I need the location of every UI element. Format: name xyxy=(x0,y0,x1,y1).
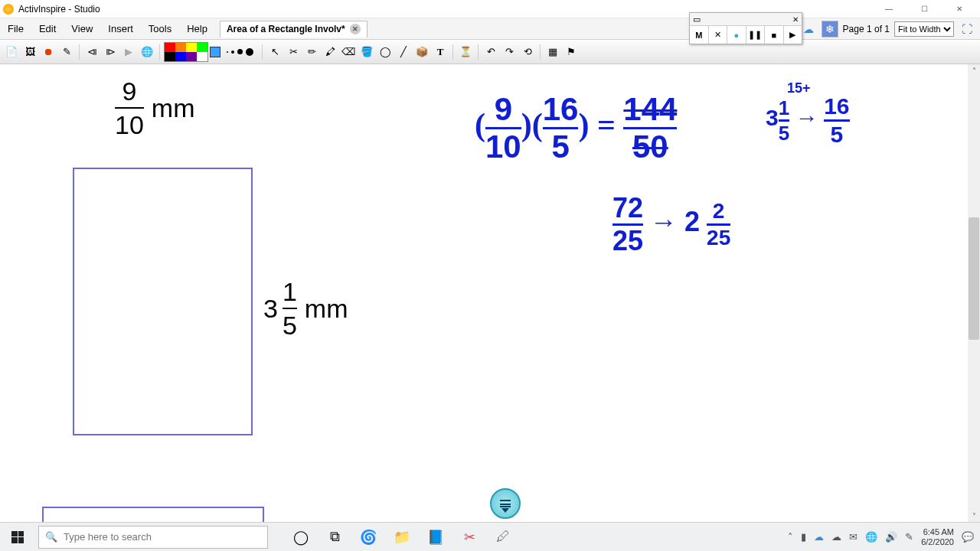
ink-equation: (910)(165) = 14450 xyxy=(475,93,677,163)
scroll-up-icon[interactable]: ˄ xyxy=(972,64,976,77)
search-icon: 🔍 xyxy=(45,531,57,543)
eraser-icon[interactable]: ⌫ xyxy=(340,44,357,60)
record-icon[interactable]: ⏺ xyxy=(40,44,57,60)
page-browser-icon[interactable]: ▦ xyxy=(544,44,561,60)
cortana-icon[interactable]: ◯ xyxy=(291,527,311,547)
menu-edit[interactable]: Edit xyxy=(31,18,64,40)
tray-weather-icon[interactable]: ☁ xyxy=(831,531,841,543)
recorder-next-button[interactable]: ▶ xyxy=(784,25,802,44)
fill-icon[interactable]: 🪣 xyxy=(358,44,375,60)
recorder-close-icon[interactable]: ✕ xyxy=(792,15,799,24)
tray-battery-icon[interactable]: ▮ xyxy=(801,531,806,543)
recorder-mic-button[interactable]: M xyxy=(690,25,709,44)
tray-chevron-icon[interactable]: ˄ xyxy=(788,531,793,543)
highlighter-icon[interactable]: 🖍 xyxy=(322,44,338,60)
tools-icon[interactable]: ✂ xyxy=(285,44,302,60)
menu-insert[interactable]: Insert xyxy=(100,18,141,40)
flipchart-tray-button[interactable] xyxy=(490,488,521,519)
word-icon[interactable]: 📘 xyxy=(426,527,446,547)
tray-volume-icon[interactable]: 🔊 xyxy=(885,531,897,543)
current-color-swatch[interactable] xyxy=(210,47,220,57)
snowflake-icon[interactable]: ❄ xyxy=(822,21,838,37)
recorder-record-button[interactable]: ● xyxy=(727,25,746,44)
activinspire-taskbar-icon[interactable]: 🖊 xyxy=(493,527,513,547)
page-indicator: Page 1 of 1 xyxy=(843,24,890,34)
stamp-icon[interactable]: 📦 xyxy=(413,44,430,60)
menu-tools[interactable]: Tools xyxy=(141,18,179,40)
recorder-handle-icon[interactable]: ▭ xyxy=(693,15,701,24)
windows-taskbar: 🔍 Type here to search ◯ ⧉ 🌀 📁 📘 ✂ 🖊 ˄ ▮ … xyxy=(0,522,980,551)
next-page-icon[interactable]: ⧐ xyxy=(102,44,119,60)
width-label: 9 10 mm xyxy=(115,78,194,138)
maximize-button[interactable]: ☐ xyxy=(906,0,942,18)
main-toolbar: 📄 🖼 ⏺ ✎ ⧏ ⧐ ▶ 🌐 ↖ ✂ ✏ 🖍 ⌫ 🪣 ◯ ╱ 📦 T ⏳ ↶ … xyxy=(0,40,980,64)
undo-icon[interactable]: ↶ xyxy=(482,44,499,60)
menu-icon[interactable]: 📄 xyxy=(3,44,20,60)
document-tab[interactable]: Area of a Rectangle Involv* ✕ xyxy=(220,21,368,37)
connector-icon[interactable]: ╱ xyxy=(395,44,412,60)
menu-view[interactable]: View xyxy=(64,18,100,40)
minimize-button[interactable]: — xyxy=(871,0,906,18)
play-icon[interactable]: ▶ xyxy=(120,44,137,60)
tray-mail-icon[interactable]: ✉ xyxy=(849,531,858,543)
zoom-select[interactable]: Fit to Width xyxy=(894,21,954,37)
search-placeholder: Type here to search xyxy=(64,531,152,543)
redo-icon[interactable]: ↷ xyxy=(501,44,518,60)
taskbar-search[interactable]: 🔍 Type here to search xyxy=(38,526,268,549)
height-label: 3 1 5 mm xyxy=(263,279,348,338)
rectangle-shape-2 xyxy=(42,507,264,522)
flipchart-canvas[interactable]: 9 10 mm 3 1 5 mm (910)(165) = 14450 15+ … xyxy=(0,64,968,522)
scroll-down-icon[interactable]: ˅ xyxy=(972,510,976,522)
task-view-icon[interactable]: ⧉ xyxy=(325,527,345,547)
document-tab-label: Area of a Rectangle Involv* xyxy=(227,24,345,34)
pointer-icon[interactable]: ↖ xyxy=(266,44,283,60)
text-icon[interactable]: T xyxy=(432,44,449,60)
recorder-stop-button[interactable]: ■ xyxy=(765,25,784,44)
document-tab-close-icon[interactable]: ✕ xyxy=(350,24,361,34)
rectangle-shape xyxy=(73,168,253,435)
recorder-pause-button[interactable]: ❚❚ xyxy=(746,25,766,44)
screen-recorder-toolbar[interactable]: ▭ ✕ M ✕ ● ❚❚ ■ ▶ xyxy=(689,12,802,44)
recorder-cancel-button[interactable]: ✕ xyxy=(709,25,728,44)
scroll-thumb[interactable] xyxy=(969,217,979,340)
tray-pen-icon[interactable]: ✎ xyxy=(905,531,913,543)
fullscreen-icon[interactable]: ⛶ xyxy=(959,21,975,37)
start-button[interactable] xyxy=(0,523,35,552)
annotate-icon[interactable]: ✎ xyxy=(58,44,75,60)
window-title: ActivInspire - Studio xyxy=(18,4,100,15)
taskbar-clock[interactable]: 6:45 AM 6/2/2020 xyxy=(921,527,954,546)
ink-simplified: 7225 → 2 225 xyxy=(612,194,730,255)
prev-page-icon[interactable]: ⧏ xyxy=(83,44,100,60)
edge-icon[interactable]: 🌀 xyxy=(358,527,378,547)
pen-size-picker[interactable] xyxy=(222,48,258,56)
ink-conversion: 15+ 315 → 165 xyxy=(766,95,850,146)
tray-onedrive-icon[interactable]: ☁ xyxy=(814,531,824,543)
shape-icon[interactable]: ◯ xyxy=(377,44,394,60)
color-palette[interactable] xyxy=(164,42,208,62)
file-explorer-icon[interactable]: 📁 xyxy=(392,527,412,547)
app-icon xyxy=(3,4,14,15)
action-center-icon[interactable]: 💬 xyxy=(962,531,974,543)
tray-network-icon[interactable]: 🌐 xyxy=(865,531,877,543)
express-poll-icon[interactable]: ⚑ xyxy=(563,44,580,60)
windows-logo-icon xyxy=(11,531,24,543)
reset-icon[interactable]: ⟲ xyxy=(519,44,536,60)
timer-icon[interactable]: ⏳ xyxy=(457,44,474,60)
vertical-scrollbar[interactable]: ˄ ˅ xyxy=(968,64,980,522)
close-button[interactable]: ✕ xyxy=(942,0,977,18)
pen-icon[interactable]: ✏ xyxy=(303,44,320,60)
menu-file[interactable]: File xyxy=(0,18,31,40)
browser-icon[interactable]: 🖼 xyxy=(21,44,38,60)
menu-help[interactable]: Help xyxy=(179,18,215,40)
snip-icon[interactable]: ✂ xyxy=(459,527,479,547)
globe-icon[interactable]: 🌐 xyxy=(139,44,155,60)
